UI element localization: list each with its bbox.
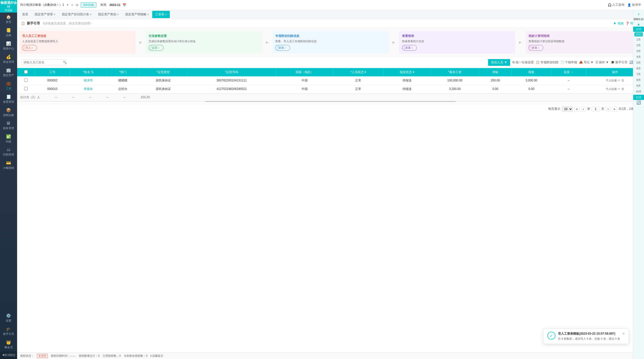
- tab-home[interactable]: 首页: [19, 11, 31, 18]
- sidebar-label-invoice: 发票管理: [3, 100, 14, 104]
- payroll-icon: 💼: [6, 81, 11, 86]
- close-tab-payroll[interactable]: ×: [165, 13, 167, 16]
- sidebar-item-tax[interactable]: 🏛 税务管理: [0, 119, 17, 132]
- topbar: 刘小艳演示账套（勿删勿动！）1 ▼ + ⚙ 切到旧版 账期 2023-11 📅 …: [17, 0, 322, 10]
- tax-icon: 🏛: [7, 121, 11, 126]
- invoice-icon: 🧾: [6, 94, 11, 99]
- step3-title: 专项附加扣除信息: [275, 34, 322, 38]
- close-tab-depreciation[interactable]: ×: [90, 13, 92, 16]
- close-tab-asset-detail[interactable]: ×: [147, 13, 149, 16]
- dropdown-icon[interactable]: ▼: [66, 3, 69, 7]
- step1-num: 1: [22, 43, 26, 52]
- row1-checkbox[interactable]: [24, 78, 28, 82]
- steps-container: 导入员工工资信息 人员信息及工资数据新增导入 导入＞ 1 ▶ 社保参数设置 完成…: [17, 28, 322, 57]
- row1-nationality: 中国: [276, 76, 322, 85]
- step-1: 导入员工工资信息 人员信息及工资数据新增导入 导入＞ 1: [19, 31, 136, 54]
- guide-bar: 📋 新手引导 5步快速完成设置，快去完善信息吧~ ▶ 视频 ❓ 帮助 ×: [17, 19, 322, 28]
- table-row: 000002 徐泽华 嗯嗯嗯 居民身份证 360782200104131111 …: [17, 76, 322, 85]
- settle-icon: ✅: [6, 134, 11, 139]
- select-all-checkbox[interactable]: [24, 70, 28, 74]
- row2-nationality: 中国: [276, 85, 322, 93]
- step2-num: 2: [148, 43, 153, 52]
- step2-desc: 完成社保参数设置自动计算社保公积金: [149, 39, 259, 43]
- row1-idtype: 居民身份证: [139, 76, 187, 85]
- search-icon: 🔍: [63, 61, 67, 64]
- footer-total: 103,20: [141, 95, 150, 99]
- sidebar-item-archive[interactable]: 🗂 归档管理: [0, 145, 17, 159]
- app-logo: 畅捷通好会计 专业版: [0, 0, 17, 13]
- sidebar-item-payroll[interactable]: 💼 工资: [0, 79, 17, 92]
- total-label: 合计共（2）人: [20, 95, 40, 99]
- guide-icon-main: 📋: [21, 22, 25, 25]
- col-name[interactable]: *姓名 ⇅: [70, 68, 107, 76]
- table-row: 000010 李俊杰 总经办 居民身份证 412702198206290521 …: [17, 85, 322, 93]
- row2-dept: 总经办: [107, 85, 139, 93]
- sidebar-label-tax: 税务管理: [3, 126, 14, 130]
- search-input[interactable]: [21, 59, 66, 65]
- step-3: 专项附加扣除信息 查看、导入员工专项附加扣除信息 查看＞ 3: [272, 31, 322, 54]
- col-checkbox: [17, 68, 35, 76]
- settings-icon[interactable]: ⚙: [75, 3, 79, 7]
- sidebar-label-assets: 固定资产: [3, 73, 14, 77]
- step3-desc: 查看、导入员工专项附加扣除信息: [275, 39, 322, 43]
- sidebar-item-ledger[interactable]: 📒 总账: [0, 26, 17, 39]
- table-toolbar: 🔍 添加人员 ▼ ⚙ 统一社保设置 📋 专项附加扣除 📄 个税申报 📤 导出 ▼…: [17, 57, 322, 68]
- add-account-icon[interactable]: +: [71, 3, 73, 7]
- arrow-1: ▶: [138, 31, 144, 54]
- sidebar-label-ledger: 总账: [6, 33, 11, 37]
- col-idtype: *证照类型: [139, 68, 187, 76]
- period-label: 账期: [100, 3, 106, 7]
- row1-name[interactable]: 徐泽华: [70, 76, 107, 85]
- switch-version-btn[interactable]: 切到旧版: [81, 2, 96, 8]
- inventory-icon: 📦: [6, 108, 11, 113]
- step1-desc: 人员信息及工资数据新增导入: [22, 39, 133, 43]
- footer-sep3: --: [89, 95, 91, 99]
- calendar-icon[interactable]: 📅: [123, 3, 126, 7]
- tab-asset-detail[interactable]: 固定资产明细账 ×: [122, 11, 152, 18]
- account-name: 刘小艳演示账套（勿删勿动！）1: [20, 3, 64, 7]
- close-tab-asset-type[interactable]: ×: [117, 13, 119, 16]
- tabs-bar: 首页 固定资产管理 × 固定资产折旧统计表 × 固定资产类别 × 固定资产明细账…: [17, 10, 322, 19]
- footer-sep4: --: [106, 95, 108, 99]
- sidebar-item-funds[interactable]: 💰 资金管理: [0, 53, 17, 66]
- tab-asset-type[interactable]: 固定资产类别 ×: [95, 11, 122, 18]
- tab-fixed-assets[interactable]: 固定资产管理 ×: [32, 11, 58, 18]
- sidebar-label-inventory: 进销台账: [3, 113, 14, 117]
- col-dept: *部门: [107, 68, 139, 76]
- archive-icon: 🗂: [7, 147, 11, 152]
- footer-sep5: --: [124, 95, 126, 99]
- sidebar-item-settle[interactable]: ✅ 结账: [0, 132, 17, 145]
- tab-payroll[interactable]: 工资表 ×: [152, 11, 170, 18]
- row1-dept: 嗯嗯嗯: [107, 76, 139, 85]
- sidebar-label-settle: 结账: [6, 140, 11, 143]
- row2-idtype: 居民身份证: [139, 85, 187, 93]
- sidebar: 畅捷通好会计 专业版 🏠 首页 📒 总账 📊 报表中心 💰 资金管理 🏢 固定资…: [0, 0, 17, 179]
- sidebar-label-report: 报表中心: [3, 47, 14, 50]
- tab-depreciation[interactable]: 固定资产折旧统计表 ×: [59, 11, 95, 18]
- footer-sep2: --: [72, 95, 74, 99]
- col-empid: 工号: [35, 68, 70, 76]
- sidebar-item-invoice[interactable]: 🧾 发票管理: [0, 92, 17, 106]
- sidebar-item-inventory[interactable]: 📦 进销台账: [0, 106, 17, 119]
- col-nationality: 国籍（地区）: [276, 68, 322, 76]
- sidebar-label-archive: 归档管理: [3, 153, 14, 157]
- period-value: 2023-11: [109, 3, 120, 7]
- sidebar-item-expense[interactable]: 💳 小畅报销: [0, 159, 17, 172]
- row2-checkbox[interactable]: [24, 87, 28, 90]
- close-tab-fixed-assets[interactable]: ×: [54, 13, 55, 16]
- guide-subtitle: 5步快速完成设置，快去完善信息吧~: [43, 21, 92, 26]
- assets-icon: 🏢: [6, 68, 11, 73]
- col-idnum: *证照号码: [187, 68, 276, 76]
- table-footer: 合计共（2）人 -- -- -- -- -- 103,20: [17, 93, 322, 101]
- pagination-bar: 每页显示 10 « ‹ 第 页 › » 共1页，2条记录: [17, 104, 322, 114]
- sidebar-item-report[interactable]: 📊 报表中心: [0, 39, 17, 53]
- row2-empid: 000010: [35, 85, 70, 93]
- sort-icon: ⇅: [91, 70, 94, 74]
- funds-icon: 💰: [6, 55, 11, 59]
- report-icon: 📊: [6, 41, 11, 46]
- row2-name[interactable]: 李俊杰: [70, 85, 107, 93]
- sidebar-item-home[interactable]: 🏠 首页: [0, 13, 17, 26]
- guide-title: 新手引导: [27, 21, 40, 26]
- step2-title: 社保参数设置: [149, 34, 259, 38]
- sidebar-item-assets[interactable]: 🏢 固定资产: [0, 66, 17, 79]
